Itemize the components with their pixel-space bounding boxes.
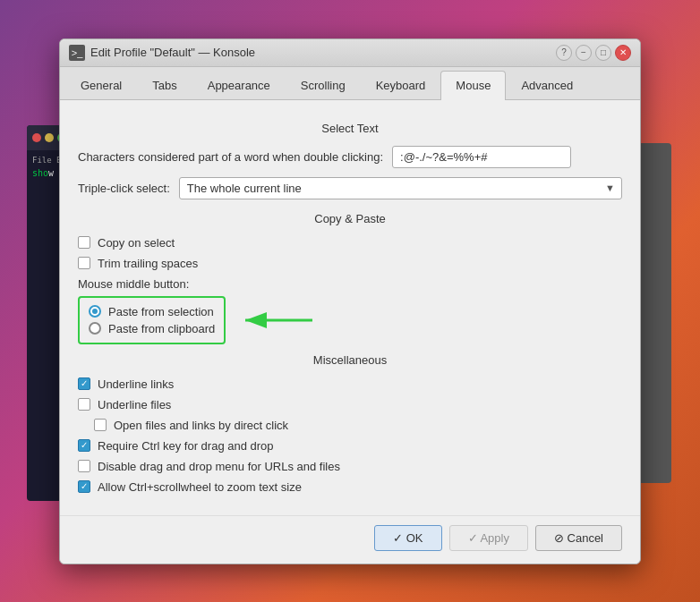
trim-trailing-label: Trim trailing spaces: [98, 257, 198, 270]
apply-button[interactable]: ✓ Apply: [449, 525, 528, 551]
allow-ctrl-scroll-label: Allow Ctrl+scrollwheel to zoom text size: [98, 480, 302, 494]
paste-from-clipboard-label: Paste from clipboard: [108, 322, 215, 335]
help-button[interactable]: ?: [556, 45, 572, 61]
triple-click-select[interactable]: The whole current line The current line …: [179, 177, 622, 199]
minimize-button[interactable]: −: [576, 45, 592, 61]
green-arrow-icon: [236, 302, 317, 338]
copy-on-select-item[interactable]: Copy on select: [78, 236, 622, 250]
underline-files-checkbox[interactable]: [78, 398, 90, 411]
paste-from-selection-radio[interactable]: [89, 305, 101, 318]
paste-from-clipboard-radio[interactable]: [89, 322, 101, 335]
copy-on-select-checkbox[interactable]: [78, 236, 90, 249]
underline-files-label: Underline files: [98, 398, 171, 411]
characters-row: Characters considered part of a word whe…: [78, 146, 622, 168]
require-ctrl-label: Require Ctrl key for drag and drop: [98, 439, 274, 453]
mouse-middle-row: Paste from selection Paste from clipboar…: [78, 296, 622, 344]
radio-group-box: Paste from selection Paste from clipboar…: [78, 296, 226, 344]
copy-on-select-label: Copy on select: [98, 236, 175, 250]
triple-click-row: Triple-click select: The whole current l…: [78, 177, 622, 199]
open-files-item[interactable]: Open files and links by direct click: [78, 419, 622, 432]
tab-tabs[interactable]: Tabs: [137, 71, 192, 99]
characters-label: Characters considered part of a word whe…: [78, 150, 383, 164]
copy-paste-header: Copy & Paste: [78, 212, 622, 225]
characters-input[interactable]: [392, 146, 571, 168]
open-files-checkbox[interactable]: [94, 419, 107, 431]
tab-general[interactable]: General: [65, 71, 137, 99]
select-text-header: Select Text: [78, 122, 622, 135]
disable-drag-checkbox[interactable]: [78, 460, 90, 472]
dialog: >_ Edit Profile "Default" — Konsole ? − …: [59, 38, 641, 564]
paste-from-selection-label: Paste from selection: [108, 305, 214, 318]
underline-links-label: Underline links: [98, 377, 174, 391]
terminal-icon: >_: [69, 45, 85, 61]
mouse-middle-section: Mouse middle button: Paste from selectio…: [78, 277, 622, 344]
content-area: Select Text Characters considered part o…: [60, 100, 640, 515]
require-ctrl-item[interactable]: Require Ctrl key for drag and drop: [78, 439, 622, 453]
paste-from-selection-item[interactable]: Paste from selection: [89, 305, 215, 318]
tab-scrolling[interactable]: Scrolling: [286, 71, 361, 99]
underline-links-checkbox[interactable]: [78, 377, 90, 390]
close-button[interactable]: ✕: [615, 45, 631, 61]
titlebar-left: >_ Edit Profile "Default" — Konsole: [69, 45, 255, 61]
maximize-button[interactable]: □: [595, 45, 611, 61]
tab-bar: General Tabs Appearance Scrolling Keyboa…: [60, 67, 640, 100]
underline-links-item[interactable]: Underline links: [78, 377, 622, 391]
ok-button[interactable]: ✓ OK: [374, 525, 441, 551]
disable-drag-label: Disable drag and drop menu for URLs and …: [98, 460, 340, 473]
open-files-label: Open files and links by direct click: [114, 419, 288, 432]
underline-files-item[interactable]: Underline files: [78, 398, 622, 411]
allow-ctrl-scroll-checkbox[interactable]: [78, 480, 90, 493]
cancel-button[interactable]: ⊘ Cancel: [535, 525, 622, 551]
triple-click-select-wrapper: The whole current line The current line …: [179, 177, 622, 199]
miscellaneous-header: Miscellaneous: [78, 353, 622, 367]
mouse-middle-label: Mouse middle button:: [78, 277, 622, 291]
tab-mouse[interactable]: Mouse: [440, 71, 506, 100]
triple-click-label: Triple-click select:: [78, 182, 170, 195]
dialog-title: Edit Profile "Default" — Konsole: [90, 46, 255, 59]
paste-from-clipboard-item[interactable]: Paste from clipboard: [89, 322, 215, 335]
footer: ✓ OK ✓ Apply ⊘ Cancel: [60, 515, 640, 564]
tab-keyboard[interactable]: Keyboard: [361, 71, 441, 99]
require-ctrl-checkbox[interactable]: [78, 439, 90, 452]
titlebar: >_ Edit Profile "Default" — Konsole ? − …: [60, 39, 640, 67]
tab-appearance[interactable]: Appearance: [192, 71, 286, 99]
allow-ctrl-scroll-item[interactable]: Allow Ctrl+scrollwheel to zoom text size: [78, 480, 622, 494]
tab-advanced[interactable]: Advanced: [506, 71, 588, 99]
trim-trailing-checkbox[interactable]: [78, 257, 90, 269]
trim-trailing-item[interactable]: Trim trailing spaces: [78, 257, 622, 270]
titlebar-controls: ? − □ ✕: [556, 45, 631, 61]
disable-drag-item[interactable]: Disable drag and drop menu for URLs and …: [78, 460, 622, 473]
